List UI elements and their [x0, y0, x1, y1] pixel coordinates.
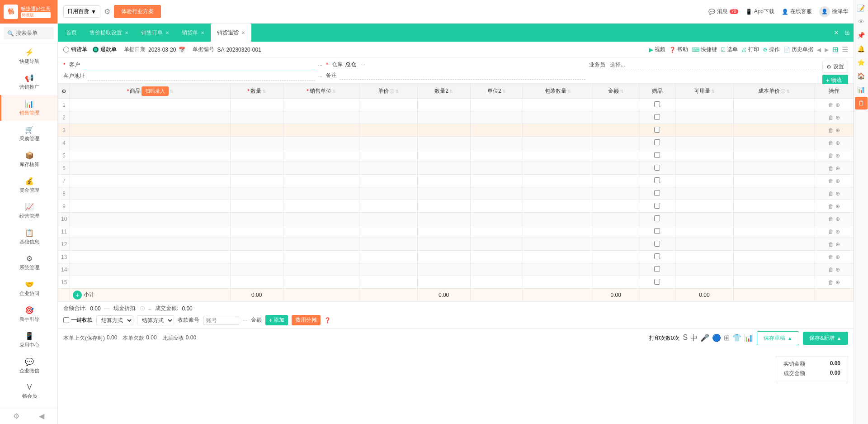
sales-unit-cell[interactable] — [283, 200, 359, 213]
delete-row-icon[interactable]: 🗑 — [828, 203, 834, 210]
copy-row-icon[interactable]: ⊕ — [835, 203, 840, 210]
available-cell[interactable] — [675, 137, 733, 149]
delete-row-icon[interactable]: 🗑 — [828, 165, 834, 172]
gift-cell[interactable] — [639, 149, 675, 162]
gift-checkbox[interactable] — [654, 139, 660, 145]
cost-price-cell[interactable] — [733, 149, 815, 162]
tab-price-settings[interactable]: 售价提取设置 ✕ — [83, 24, 135, 42]
prev-record-icon[interactable]: ◀ — [817, 47, 821, 53]
remark-input[interactable] — [340, 71, 585, 80]
unit-price-cell[interactable] — [359, 99, 417, 111]
customer-input[interactable] — [83, 61, 316, 69]
sales-unit-cell[interactable] — [283, 225, 359, 238]
unit-price-cell[interactable] — [359, 124, 417, 137]
right-panel-btn-8[interactable]: 🗒 — [855, 97, 868, 110]
sales-unit-cell[interactable] — [283, 111, 359, 124]
copy-row-icon[interactable]: ⊕ — [835, 114, 840, 121]
unit2-cell[interactable] — [470, 162, 523, 175]
gift-checkbox[interactable] — [654, 190, 660, 196]
unit-price-cell[interactable] — [359, 111, 417, 124]
customer-address-input[interactable] — [88, 72, 315, 81]
qty2-cell[interactable] — [417, 111, 470, 124]
amount-cell[interactable] — [593, 175, 639, 187]
sidebar-item-wechat[interactable]: 💬 企业微信 — [0, 353, 57, 379]
quantity-cell[interactable] — [230, 187, 283, 200]
amount-cell[interactable] — [593, 200, 639, 213]
qty2-cell[interactable] — [417, 213, 470, 225]
settlement-method-select[interactable]: 结算方式 — [96, 315, 133, 325]
amount-cell[interactable] — [593, 162, 639, 175]
available-cell[interactable] — [675, 225, 733, 238]
col-pack-qty-sort-icon[interactable]: ⇅ — [567, 89, 571, 94]
unit2-cell[interactable] — [470, 213, 523, 225]
delete-row-icon[interactable]: 🗑 — [828, 254, 834, 260]
unit2-cell[interactable] — [470, 251, 523, 263]
pack-qty-cell[interactable] — [523, 99, 593, 111]
cost-price-cell[interactable] — [733, 187, 815, 200]
sales-unit-cell[interactable] — [283, 149, 359, 162]
cost-price-cell[interactable] — [733, 111, 815, 124]
qty2-cell[interactable] — [417, 137, 470, 149]
cost-price-cell[interactable] — [733, 225, 815, 238]
window-close-icon[interactable]: ✕ — [832, 28, 841, 37]
tab-sales-return[interactable]: 销货退货 ✕ — [211, 24, 251, 42]
unit-price-cell[interactable] — [359, 187, 417, 200]
product-cell[interactable] — [70, 162, 230, 175]
copy-row-icon[interactable]: ⊕ — [835, 191, 840, 197]
amount-cell[interactable] — [593, 137, 639, 149]
gift-cell[interactable] — [639, 99, 675, 111]
copy-row-icon[interactable]: ⊕ — [835, 241, 840, 248]
pack-qty-cell[interactable] — [523, 137, 593, 149]
amount-cell[interactable] — [593, 263, 639, 276]
product-cell[interactable] — [70, 251, 230, 263]
available-cell[interactable] — [675, 276, 733, 289]
product-cell[interactable] — [70, 225, 230, 238]
unit-price-cell[interactable] — [359, 263, 417, 276]
gift-checkbox[interactable] — [654, 266, 660, 272]
available-cell[interactable] — [675, 200, 733, 213]
available-cell[interactable] — [675, 111, 733, 124]
cost-price-cell[interactable] — [733, 251, 815, 263]
history-btn[interactable]: 📄 历史单据 — [783, 46, 813, 53]
sales-unit-cell[interactable] — [283, 99, 359, 111]
copy-row-icon[interactable]: ⊕ — [835, 102, 840, 108]
customer-picker-icon[interactable]: ··· — [318, 62, 322, 68]
col-amount-sort-icon[interactable]: ⇅ — [620, 89, 623, 94]
unit2-cell[interactable] — [470, 225, 523, 238]
cost-price-cell[interactable] — [733, 238, 815, 251]
unit2-cell[interactable] — [470, 149, 523, 162]
gift-checkbox[interactable] — [654, 177, 660, 183]
qty2-cell[interactable] — [417, 238, 470, 251]
sidebar-item-sales[interactable]: 📊 销售管理 — [0, 95, 57, 121]
next-record-icon[interactable]: ▶ — [825, 47, 829, 53]
cost-price-cell[interactable] — [733, 263, 815, 276]
quantity-cell[interactable] — [230, 175, 283, 187]
col-sales-unit-sort-icon[interactable]: ⇅ — [332, 89, 336, 94]
qty2-cell[interactable] — [417, 99, 470, 111]
product-cell[interactable] — [70, 111, 230, 124]
window-maximize-icon[interactable]: ⊞ — [843, 28, 852, 37]
search-menu-button[interactable]: 🔍 搜索菜单 — [4, 27, 54, 39]
available-cell[interactable] — [675, 124, 733, 137]
right-panel-btn-5[interactable]: ⭐ — [855, 56, 868, 69]
gift-cell[interactable] — [639, 111, 675, 124]
unit2-cell[interactable] — [470, 111, 523, 124]
gift-checkbox[interactable] — [654, 279, 660, 285]
quantity-cell[interactable] — [230, 263, 283, 276]
sales-unit-cell[interactable] — [283, 213, 359, 225]
gift-checkbox[interactable] — [654, 101, 660, 107]
product-cell[interactable] — [70, 276, 230, 289]
toolbar-icon-1[interactable]: S — [683, 333, 688, 343]
gift-cell[interactable] — [639, 175, 675, 187]
pack-qty-cell[interactable] — [523, 175, 593, 187]
toolbar-icon-2[interactable]: 中 — [690, 333, 698, 343]
col-product-sort-icon[interactable]: ⇅ — [170, 89, 173, 94]
sidebar-item-finance[interactable]: 💰 资金管理 — [0, 172, 57, 198]
amount-cell[interactable] — [593, 99, 639, 111]
pack-qty-cell[interactable] — [523, 200, 593, 213]
quantity-cell[interactable] — [230, 124, 283, 137]
col-unit-price-sort-icon[interactable]: ⇅ — [395, 89, 399, 94]
copy-row-icon[interactable]: ⊕ — [835, 178, 840, 184]
pack-qty-cell[interactable] — [523, 111, 593, 124]
gift-checkbox[interactable] — [654, 203, 660, 209]
